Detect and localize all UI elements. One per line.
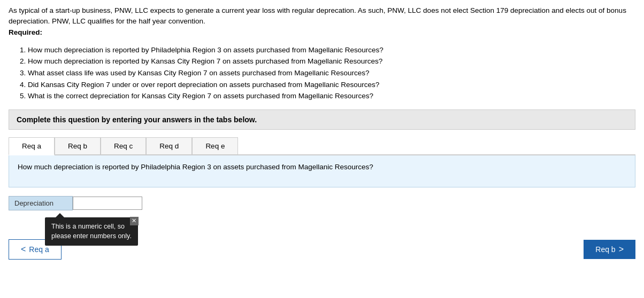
tabs-container: Req a Req b Req c Req d Req e: [9, 137, 635, 155]
tab-req-e[interactable]: Req e: [192, 137, 238, 154]
next-arrow: >: [619, 245, 624, 254]
active-tab-question: How much depreciation is reported by Phi…: [18, 163, 373, 171]
required-label: Required:: [9, 28, 42, 36]
answer-row: Depreciation ✕ This is a numeric cell, s…: [9, 193, 635, 214]
tab-req-a[interactable]: Req a: [9, 137, 55, 155]
next-button[interactable]: Req b >: [584, 240, 635, 259]
list-item: How much depreciation is reported by Phi…: [28, 44, 635, 56]
instruction-text: Complete this question by entering your …: [17, 115, 257, 124]
instruction-box: Complete this question by entering your …: [9, 109, 635, 130]
answer-input[interactable]: [73, 197, 142, 210]
page-container: As typical of a start-up business, PNW, …: [0, 0, 644, 265]
tab-req-b[interactable]: Req b: [55, 137, 101, 154]
intro-text: As typical of a start-up business, PNW, …: [9, 5, 635, 38]
tab-req-d[interactable]: Req d: [146, 137, 192, 154]
prev-arrow: <: [21, 245, 26, 254]
tooltip-box: ✕ This is a numeric cell, so please ente…: [45, 217, 138, 246]
close-tooltip-button[interactable]: ✕: [130, 217, 139, 225]
answer-label: Depreciation: [9, 196, 73, 210]
list-item: How much depreciation is reported by Kan…: [28, 56, 635, 67]
list-item: What is the correct depreciation for Kan…: [28, 90, 635, 102]
question-list: How much depreciation is reported by Phi…: [28, 44, 635, 102]
tooltip-text: This is a numeric cell, so please enter …: [51, 223, 132, 240]
list-item: Did Kansas City Region 7 under or over r…: [28, 79, 635, 91]
tab-content-area: How much depreciation is reported by Phi…: [9, 155, 635, 187]
tab-req-c[interactable]: Req c: [101, 137, 146, 154]
next-label: Req b: [595, 245, 615, 254]
prev-label: Req a: [29, 245, 49, 254]
list-item: What asset class life was used by Kansas…: [28, 67, 635, 79]
intro-paragraph: As typical of a start-up business, PNW, …: [9, 6, 626, 25]
